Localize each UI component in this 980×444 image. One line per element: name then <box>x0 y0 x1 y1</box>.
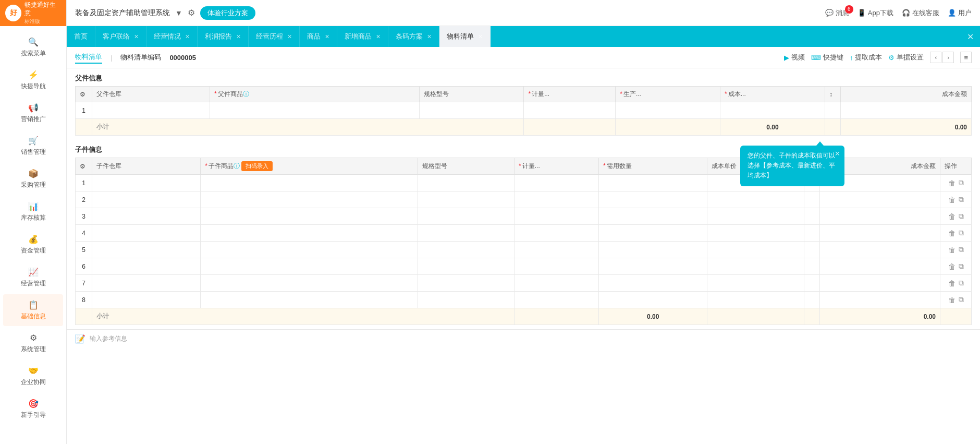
nav-tab-5[interactable]: 商品✕ <box>300 26 337 47</box>
child-copy-btn-1[interactable]: ⧉ <box>959 195 964 204</box>
settings-gear-btn[interactable]: ⚙ <box>188 8 195 18</box>
child-spec-cell-5[interactable] <box>418 258 514 275</box>
nav-tab-close-1[interactable]: ✕ <box>134 33 139 40</box>
sidebar-item-2[interactable]: 📢营销推广 <box>3 97 63 129</box>
child-qty-cell-6[interactable] <box>599 275 707 292</box>
nav-tab-close-2[interactable]: ✕ <box>185 33 190 40</box>
child-unit-cell-7[interactable] <box>514 292 599 308</box>
child-spec-cell-6[interactable] <box>418 275 514 292</box>
child-qty-cell-4[interactable] <box>599 242 707 258</box>
nav-tab-close-6[interactable]: ✕ <box>376 33 381 40</box>
nav-tab-close-7[interactable]: ✕ <box>427 33 432 40</box>
pager-prev-btn[interactable]: ‹ <box>930 52 941 63</box>
parent-production-cell[interactable] <box>616 102 720 119</box>
child-delete-btn-2[interactable]: 🗑 <box>948 212 956 221</box>
shortcut-action[interactable]: ⌨ 快捷键 <box>811 53 843 62</box>
parent-cost-cell[interactable] <box>720 102 825 119</box>
child-qty-cell-3[interactable] <box>599 225 707 242</box>
sidebar-item-11[interactable]: 🎯新手引导 <box>3 393 63 425</box>
sidebar-item-0[interactable]: 🔍搜索菜单 <box>3 31 63 63</box>
child-unitcost-cell-3[interactable] <box>707 225 804 242</box>
sidebar-item-4[interactable]: 📦采购管理 <box>3 163 63 195</box>
child-product-cell-6[interactable] <box>201 275 418 292</box>
child-warehouse-cell-6[interactable] <box>92 275 201 292</box>
user-action[interactable]: 👤 用户 <box>948 8 972 18</box>
child-delete-btn-5[interactable]: 🗑 <box>948 262 956 271</box>
pager-next-btn[interactable]: › <box>942 52 954 63</box>
parent-product-cell[interactable] <box>210 102 419 119</box>
child-delete-btn-7[interactable]: 🗑 <box>948 295 956 304</box>
sidebar-item-10[interactable]: 🤝企业协同 <box>3 360 63 392</box>
video-action[interactable]: ▶ 视频 <box>784 53 805 62</box>
parent-unit-cell[interactable] <box>524 102 616 119</box>
child-warehouse-cell-7[interactable] <box>92 292 201 308</box>
child-warehouse-cell-1[interactable] <box>92 191 201 208</box>
nav-tab-4[interactable]: 经营历程✕ <box>249 26 300 47</box>
child-unit-cell-3[interactable] <box>514 225 599 242</box>
child-copy-btn-3[interactable]: ⧉ <box>959 229 964 237</box>
child-product-cell-1[interactable] <box>201 191 418 208</box>
online-support-action[interactable]: 🎧 在线客服 <box>902 8 939 18</box>
child-qty-cell-5[interactable] <box>599 258 707 275</box>
child-warehouse-cell-4[interactable] <box>92 242 201 258</box>
child-unit-cell-0[interactable] <box>514 175 599 191</box>
child-spec-cell-3[interactable] <box>418 225 514 242</box>
child-unit-cell-5[interactable] <box>514 258 599 275</box>
sidebar-item-9[interactable]: ⚙系统管理 <box>3 327 63 359</box>
sidebar-item-6[interactable]: 💰资金管理 <box>3 229 63 260</box>
nav-close-all-btn[interactable]: ✕ <box>961 32 980 42</box>
nav-tab-8[interactable]: 物料清单✕ <box>439 26 491 47</box>
child-qty-cell-1[interactable] <box>599 191 707 208</box>
child-copy-btn-0[interactable]: ⧉ <box>959 178 964 187</box>
child-spec-cell-2[interactable] <box>418 208 514 225</box>
child-spec-cell-0[interactable] <box>418 175 514 191</box>
child-product-cell-0[interactable] <box>201 175 418 191</box>
child-product-cell-7[interactable] <box>201 292 418 308</box>
nav-tab-7[interactable]: 条码方案✕ <box>388 26 439 47</box>
child-spec-cell-1[interactable] <box>418 191 514 208</box>
extract-cost-action[interactable]: ↑ 提取成本 <box>850 53 883 62</box>
child-delete-btn-4[interactable]: 🗑 <box>948 245 956 254</box>
child-copy-btn-2[interactable]: ⧉ <box>959 212 964 221</box>
message-action[interactable]: 💬 消息 6 <box>825 8 849 18</box>
nav-tab-close-5[interactable]: ✕ <box>325 33 329 40</box>
child-unit-cell-6[interactable] <box>514 275 599 292</box>
child-product-cell-4[interactable] <box>201 242 418 258</box>
child-unitcost-cell-6[interactable] <box>707 275 804 292</box>
child-product-cell-3[interactable] <box>201 225 418 242</box>
child-copy-btn-4[interactable]: ⧉ <box>959 245 964 254</box>
child-unit-cell-2[interactable] <box>514 208 599 225</box>
child-qty-cell-7[interactable] <box>599 292 707 308</box>
nav-tab-6[interactable]: 新增商品✕ <box>337 26 388 47</box>
child-warehouse-cell-0[interactable] <box>92 175 201 191</box>
child-warehouse-cell-5[interactable] <box>92 258 201 275</box>
nav-tab-0[interactable]: 首页 <box>67 26 95 47</box>
trial-industry-btn[interactable]: 体验行业方案 <box>200 6 255 20</box>
child-warehouse-cell-3[interactable] <box>92 225 201 242</box>
child-copy-btn-7[interactable]: ⧉ <box>959 295 964 304</box>
nav-tab-close-3[interactable]: ✕ <box>236 33 241 40</box>
child-unit-cell-4[interactable] <box>514 242 599 258</box>
child-unitcost-cell-4[interactable] <box>707 242 804 258</box>
app-download-action[interactable]: 📱 App下载 <box>858 8 893 18</box>
child-product-cell-2[interactable] <box>201 208 418 225</box>
child-delete-btn-0[interactable]: 🗑 <box>948 178 956 187</box>
child-copy-btn-6[interactable]: ⧉ <box>959 279 964 287</box>
child-product-cell-5[interactable] <box>201 258 418 275</box>
child-unitcost-cell-7[interactable] <box>707 292 804 308</box>
child-delete-btn-3[interactable]: 🗑 <box>948 229 956 237</box>
child-unit-cell-1[interactable] <box>514 191 599 208</box>
sidebar-item-8[interactable]: 📋基础信息 <box>3 294 63 326</box>
child-qty-cell-2[interactable] <box>599 208 707 225</box>
nav-tab-close-8[interactable]: ✕ <box>478 33 483 40</box>
parent-spec-cell[interactable] <box>419 102 524 119</box>
sidebar-item-7[interactable]: 📈经营管理 <box>3 261 63 293</box>
child-spec-cell-4[interactable] <box>418 242 514 258</box>
sidebar-item-1[interactable]: ⚡快捷导航 <box>3 64 63 96</box>
child-warehouse-cell-2[interactable] <box>92 208 201 225</box>
child-copy-btn-5[interactable]: ⧉ <box>959 262 964 271</box>
child-spec-cell-7[interactable] <box>418 292 514 308</box>
sidebar-item-3[interactable]: 🛒销售管理 <box>3 130 63 162</box>
sub-tab-bomlist[interactable]: 物料清单 <box>75 51 102 64</box>
nav-tab-1[interactable]: 客户联络✕ <box>95 26 146 47</box>
